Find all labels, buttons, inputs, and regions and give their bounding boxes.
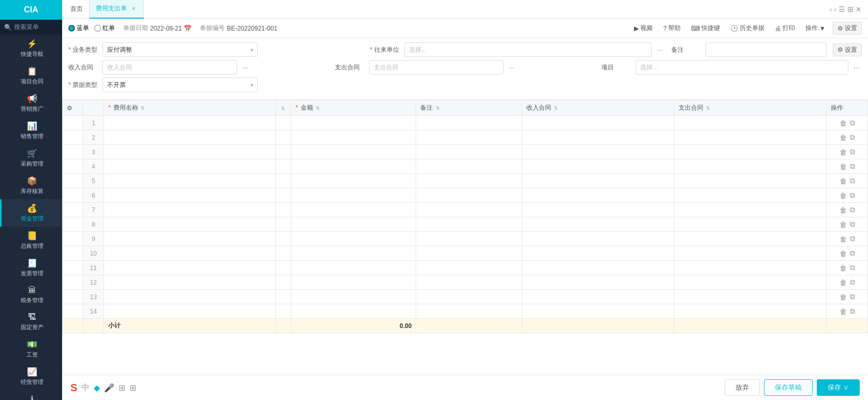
tab-home[interactable]: 首页 <box>64 0 90 19</box>
delete-icon-7[interactable]: 🗑 <box>840 206 847 214</box>
cell-income-contract-9[interactable] <box>522 232 674 246</box>
th-income-contract[interactable]: 收入合同 ⇅ <box>522 100 674 116</box>
cell-expense-name-9[interactable] <box>104 232 276 246</box>
sidebar-item-invoice-mgmt[interactable]: 🧾 发票管理 <box>0 254 62 282</box>
cell-expense-name-11[interactable] <box>104 261 276 275</box>
cell-expense-contract-6[interactable] <box>674 188 826 203</box>
discard-button[interactable]: 放弃 <box>725 379 760 396</box>
project-dots[interactable]: ··· <box>851 63 862 71</box>
cell-amount-12[interactable] <box>291 275 416 290</box>
tab-list-view-icon[interactable]: ☰ <box>838 5 845 13</box>
cell-expense-contract-7[interactable] <box>674 203 826 217</box>
save-button[interactable]: 保存 ∨ <box>817 379 860 396</box>
delete-icon-1[interactable]: 🗑 <box>840 119 847 127</box>
footer-icon-diamond[interactable]: ◆ <box>94 383 100 393</box>
cell-expense-contract-1[interactable] <box>674 116 826 130</box>
delete-icon-3[interactable]: 🗑 <box>840 148 847 156</box>
footer-icon-mic[interactable]: 🎤 <box>104 383 114 393</box>
cell-remark-7[interactable] <box>416 203 522 217</box>
sort-icon-col[interactable]: ⇅ <box>281 106 285 111</box>
remark-input[interactable] <box>705 42 827 57</box>
tab-close-window-icon[interactable]: ✕ <box>856 5 862 13</box>
shortcut-btn[interactable]: ⌨ 快捷键 <box>688 23 723 34</box>
cell-expense-contract-3[interactable] <box>674 145 826 159</box>
cell-expense-contract-14[interactable] <box>674 304 826 319</box>
cell-expense-name-5[interactable] <box>104 174 276 188</box>
project-select[interactable]: 选择... <box>636 60 848 75</box>
calendar-icon[interactable]: 📅 <box>184 25 192 32</box>
sort-icon-amount[interactable]: ⇅ <box>316 106 320 111</box>
income-contract-select[interactable]: 收入合同 <box>102 60 237 75</box>
tab-prev-icon[interactable]: ‹ <box>830 5 832 13</box>
tab-next-icon[interactable]: › <box>834 5 836 13</box>
counterpart-select[interactable]: 选择... <box>404 42 652 57</box>
income-contract-dots[interactable]: ··· <box>240 63 251 71</box>
cell-amount-6[interactable] <box>291 188 416 203</box>
cell-amount-3[interactable] <box>291 145 416 159</box>
sidebar-item-inventory[interactable]: 📦 库存核算 <box>0 172 62 199</box>
delete-icon-6[interactable]: 🗑 <box>840 191 847 200</box>
sort-icon-income[interactable]: ⇅ <box>554 106 558 111</box>
copy-icon-1[interactable]: ⧉ <box>850 118 855 127</box>
tab-grid-view-icon[interactable]: ⊞ <box>847 5 854 13</box>
cell-amount-8[interactable] <box>291 217 416 232</box>
history-btn[interactable]: 🕐 历史单据 <box>727 23 768 34</box>
cell-expense-contract-9[interactable] <box>674 232 826 246</box>
cell-amount-7[interactable] <box>291 203 416 217</box>
th-sort[interactable]: ⇅ <box>275 100 291 116</box>
copy-icon-14[interactable]: ⧉ <box>850 307 855 316</box>
sidebar-item-salary[interactable]: 💵 工资 <box>0 335 62 363</box>
tab-expense-bill[interactable]: 费用支出单✕ <box>90 0 144 19</box>
business-type-select[interactable]: 应付调整 ▾ <box>102 42 258 57</box>
th-remark[interactable]: 备注 ⇅ <box>416 100 522 116</box>
cell-income-contract-8[interactable] <box>522 217 674 232</box>
cell-remark-9[interactable] <box>416 232 522 246</box>
copy-icon-6[interactable]: ⧉ <box>850 191 855 200</box>
copy-icon-10[interactable]: ⧉ <box>850 249 855 258</box>
copy-icon-8[interactable]: ⧉ <box>850 220 855 229</box>
cell-income-contract-12[interactable] <box>522 275 674 290</box>
video-btn[interactable]: ▶ 视频 <box>631 23 656 34</box>
delete-icon-8[interactable]: 🗑 <box>840 220 847 229</box>
cell-remark-12[interactable] <box>416 275 522 290</box>
help-btn[interactable]: ? 帮助 <box>660 23 684 34</box>
copy-icon-13[interactable]: ⧉ <box>850 292 855 301</box>
cell-amount-4[interactable] <box>291 159 416 174</box>
radio-red-input[interactable] <box>94 25 101 32</box>
sidebar-search[interactable]: 🔍 搜索菜单 <box>0 20 62 35</box>
cell-amount-2[interactable] <box>291 130 416 145</box>
cell-amount-5[interactable] <box>291 174 416 188</box>
cell-expense-contract-8[interactable] <box>674 217 826 232</box>
cell-income-contract-4[interactable] <box>522 159 674 174</box>
operate-btn[interactable]: 操作 ▼ <box>802 23 829 34</box>
delete-icon-12[interactable]: 🗑 <box>840 278 847 287</box>
invoice-type-select[interactable]: 不开票 ▾ <box>102 78 258 92</box>
sidebar-item-capital-mgmt[interactable]: 💰 资金管理 <box>0 199 62 227</box>
cell-expense-name-10[interactable] <box>104 246 276 261</box>
cell-remark-6[interactable] <box>416 188 522 203</box>
copy-icon-12[interactable]: ⧉ <box>850 278 855 287</box>
cell-income-contract-2[interactable] <box>522 130 674 145</box>
radio-blue-input[interactable] <box>68 25 75 32</box>
footer-icon-zh[interactable]: 中 <box>81 382 90 393</box>
settings-button[interactable]: ⚙ 设置 <box>833 22 862 35</box>
row-settings-button[interactable]: ⚙ 设置 <box>833 43 862 56</box>
counterpart-dots[interactable]: ··· <box>655 46 665 54</box>
copy-icon-4[interactable]: ⧉ <box>850 162 855 171</box>
cell-expense-name-6[interactable] <box>104 188 276 203</box>
cell-remark-8[interactable] <box>416 217 522 232</box>
cell-remark-4[interactable] <box>416 159 522 174</box>
cell-expense-name-13[interactable] <box>104 290 276 304</box>
cell-remark-10[interactable] <box>416 246 522 261</box>
sidebar-item-ops-mgmt[interactable]: 📈 经营管理 <box>0 363 62 390</box>
sidebar-item-project-contract[interactable]: 📋 项目合同 <box>0 62 62 90</box>
sort-icon-expense[interactable]: ⇅ <box>141 106 145 111</box>
cell-income-contract-10[interactable] <box>522 246 674 261</box>
radio-blue[interactable]: 蓝单 <box>68 24 89 33</box>
copy-icon-2[interactable]: ⧉ <box>850 133 855 142</box>
sidebar-item-ledger-mgmt[interactable]: 📒 总账管理 <box>0 227 62 254</box>
cell-expense-name-3[interactable] <box>104 145 276 159</box>
sort-icon-expense-c[interactable]: ⇅ <box>706 106 710 111</box>
cell-income-contract-7[interactable] <box>522 203 674 217</box>
copy-icon-7[interactable]: ⧉ <box>850 205 855 214</box>
